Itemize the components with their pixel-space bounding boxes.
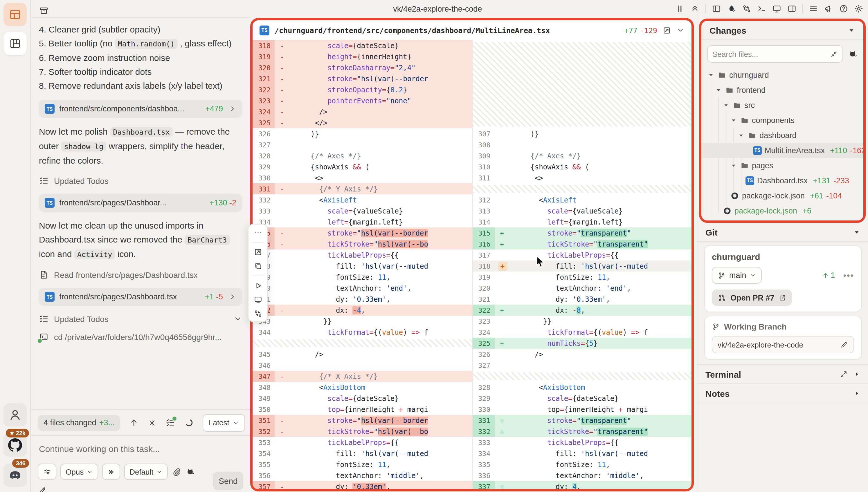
tool-call-row[interactable]: Updated Todos — [39, 314, 242, 324]
diff-line-314[interactable]: 314 left={margin.left} — [472, 216, 691, 227]
diff-line-354[interactable]: 354 fill: 'hsl(var(--muted — [253, 448, 472, 459]
rail-item-workspace-active[interactable] — [3, 3, 27, 26]
tool-call-row[interactable]: Read frontend/src/pages/Dashboard.tsx — [39, 270, 242, 280]
diff-line-329[interactable]: 329 scale={dateScale} — [472, 393, 691, 404]
diff-new-column[interactable]: 307 )}308309 {/* Axes */}310 {showAxis &… — [472, 40, 691, 489]
sparkle-icon[interactable] — [148, 418, 157, 427]
diff-line-331[interactable]: 331+ stroke="transparent" — [472, 415, 691, 426]
play-icon[interactable] — [253, 281, 262, 290]
diff-old-column[interactable]: 318- scale={dateScale}319- height={inner… — [253, 40, 472, 489]
diff-line-329[interactable]: 329 {showAxis && ( — [253, 161, 472, 172]
repo-menu-button[interactable]: ••• — [843, 270, 854, 280]
rail-item-github[interactable]: 22k — [3, 434, 27, 457]
tree-item-src[interactable]: src — [701, 97, 863, 113]
cat-icon[interactable] — [186, 467, 195, 476]
diff-line-327[interactable]: 327 — [472, 360, 691, 371]
git-compare-icon[interactable] — [253, 309, 262, 318]
scroll-up-icon[interactable] — [129, 418, 139, 427]
diff-line-312[interactable]: 312 <AxisLeft — [472, 194, 691, 205]
diff-line-333[interactable]: 333 tickLabelProps={{ — [472, 437, 691, 448]
tree-item-dashboard-tsx[interactable]: TSDashboard.tsx+131-233 — [701, 173, 863, 188]
rail-item-discord[interactable]: 346 — [3, 464, 27, 487]
diff-line-328[interactable]: 328 {/* Axes */} — [253, 150, 472, 161]
tree-item-frontend[interactable]: frontend — [701, 82, 863, 97]
diff-split-view[interactable]: 318- scale={dateScale}319- height={inner… — [253, 40, 691, 489]
diff-line-322[interactable]: 322+ dx: -8, — [472, 304, 691, 316]
diff-line-336[interactable]: 336 textAnchor: 'middle', — [472, 470, 691, 481]
diff-line-323[interactable]: 323 }} — [472, 316, 691, 327]
diff-line-348[interactable]: 348 <AxisBottom — [253, 382, 472, 393]
git-header[interactable]: Git — [697, 223, 868, 241]
fast-forward-button[interactable] — [102, 464, 120, 480]
diff-line-352[interactable]: 352- tickStroke="hsl(var(--bo — [253, 426, 472, 437]
rail-item-account[interactable] — [3, 403, 27, 426]
diff-line-335[interactable]: 335- stroke="hsl(var(--border — [253, 227, 472, 239]
diff-line-356[interactable]: 356 textAnchor: 'middle', — [253, 470, 472, 481]
diff-line-349[interactable]: 349 scale={dateScale} — [253, 393, 472, 404]
diff-line-334[interactable]: 334 fill: 'hsl(var(--muted — [472, 448, 691, 459]
diff-line-317[interactable]: 317 tickLabelProps={{ — [472, 249, 691, 261]
pause-icon[interactable] — [675, 4, 684, 13]
tree-item-multilinearea-tsx[interactable]: TSMultiLineArea.tsx+110-162 — [701, 143, 863, 158]
send-button[interactable]: Send — [213, 472, 243, 490]
diff-line-345[interactable]: 345 /> — [253, 349, 472, 360]
file-diff-chip[interactable]: TSfrontend/src/components/dashboa...+479 — [39, 100, 242, 118]
latest-dropdown[interactable]: Latest — [203, 414, 245, 432]
open-pr-button[interactable]: Open PR #7 — [712, 290, 792, 306]
diff-line-316[interactable]: 316+ tickStroke="transparent" — [472, 239, 691, 249]
notes-header[interactable]: Notes — [697, 384, 868, 403]
diff-line-351[interactable]: 351- stroke="hsl(var(--border — [253, 415, 472, 426]
copy-icon[interactable] — [253, 262, 262, 270]
diff-line-337[interactable]: 337+ dy: 4, — [472, 481, 691, 489]
diff-line-321[interactable]: 321 dy: '0.33em', — [472, 294, 691, 304]
mode-dropdown[interactable]: Default — [124, 464, 168, 480]
archive-icon[interactable] — [39, 5, 49, 16]
todos-status[interactable] — [166, 418, 175, 427]
file-tree[interactable]: churnguardfrontendsrccomponentsdashboard… — [701, 66, 863, 218]
diff-line-315[interactable]: 315+ stroke="transparent" — [472, 227, 691, 239]
diff-line-336[interactable]: 336- tickStroke="hsl(var(--bo — [253, 239, 472, 249]
diff-line-318[interactable]: 318+ fill: 'hsl(var(--muted — [472, 261, 691, 272]
attach-icon[interactable] — [172, 467, 182, 476]
diff-line-340[interactable]: 340 textAnchor: 'end', — [253, 282, 472, 294]
chat-transcript[interactable]: 4. Cleaner grid (subtler opacity)5. Bett… — [31, 19, 250, 409]
diff-line-330[interactable]: 330 top={innerHeight + margi — [472, 404, 691, 415]
tree-item-churnguard[interactable]: churnguard — [701, 67, 863, 82]
diff-line-353[interactable]: 353 tickLabelProps={{ — [253, 437, 472, 448]
edit-block-icon[interactable] — [253, 248, 262, 256]
diff-line-320[interactable]: 320 textAnchor: 'end', — [472, 282, 691, 294]
expand-icon[interactable] — [840, 370, 848, 378]
diff-line-321[interactable]: 321- stroke="hsl(var(--border — [253, 73, 472, 84]
highlighter-icon[interactable] — [38, 486, 47, 492]
diff-line-332[interactable]: 332 <AxisLeft — [253, 194, 472, 205]
diff-line-322[interactable]: 322- strokeOpacity={0.2} — [253, 84, 472, 95]
file-search-input[interactable]: Search files... — [707, 45, 843, 63]
composer-input[interactable]: Continue working on this task... — [31, 436, 250, 454]
diff-line-318[interactable]: 318- scale={dateScale} — [253, 40, 472, 51]
floating-toolbar[interactable] — [248, 224, 268, 322]
diff-line-344[interactable]: 344 tickFormat={(value) => f — [253, 327, 472, 338]
diff-line-323[interactable]: 323- pointerEvents="none" — [253, 95, 472, 106]
open-in-editor-icon[interactable] — [662, 26, 671, 34]
diff-line-308[interactable]: 308 — [472, 139, 691, 150]
branch-dropdown[interactable]: main — [712, 267, 762, 284]
diff-line-337[interactable]: 337 tickLabelProps={{ — [253, 249, 472, 261]
add-comment-button[interactable]: + — [498, 262, 507, 271]
working-branch-input[interactable]: vk/4e2a-explore-the-code — [712, 336, 854, 353]
diff-line-325[interactable]: 325+ numTicks={5} — [472, 338, 691, 349]
tree-item-components[interactable]: components — [701, 113, 863, 128]
chevron-down-icon[interactable] — [676, 26, 684, 34]
diff-line-342[interactable]: 342- dx: -4, — [253, 304, 472, 316]
diff-line-327[interactable]: 327 — [253, 139, 472, 150]
diff-line-343[interactable]: 343 }} — [253, 316, 472, 327]
diff-line-326[interactable]: 326 )} — [253, 128, 472, 139]
tree-item-package-lock-json[interactable]: package-lock.json+61-104 — [701, 188, 863, 203]
tool-call-row[interactable]: Updated Todos — [39, 176, 242, 186]
model-dropdown[interactable]: Opus — [61, 464, 98, 480]
diff-line-319[interactable]: 319 fontSize: 11, — [472, 272, 691, 282]
file-diff-chip[interactable]: TSfrontend/src/pages/Dashboar...+130 -2 — [39, 194, 242, 212]
file-diff-chip[interactable]: TSfrontend/src/pages/Dashboard.tsx+1 -5 — [39, 288, 242, 306]
diff-line-320[interactable]: 320- strokeDasharray="2,4" — [253, 62, 472, 73]
tree-item-package-lock-json[interactable]: package-lock.json+6 — [701, 203, 863, 218]
diff-line-325[interactable]: 325- </> — [253, 117, 472, 128]
